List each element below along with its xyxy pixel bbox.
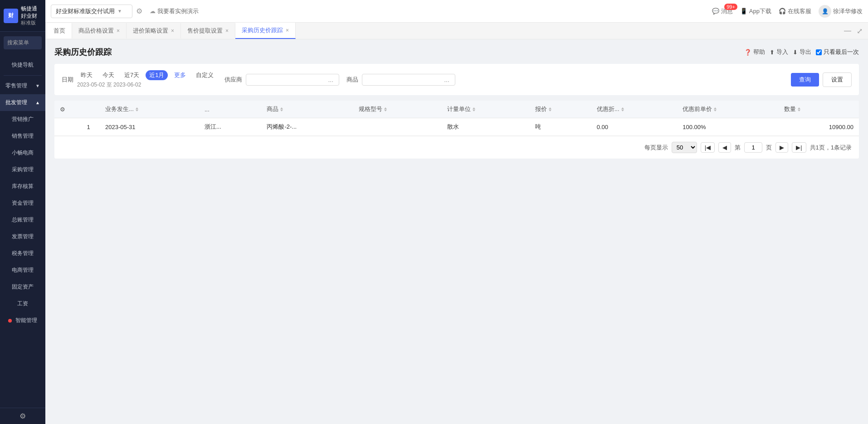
th-dots-label: ...	[205, 106, 210, 113]
demo-link[interactable]: ☁ 我要看实例演示	[150, 7, 199, 15]
settings-button[interactable]: 设置	[823, 72, 852, 87]
sidebar-gear-icon[interactable]: ⚙	[20, 412, 26, 420]
sidebar-item-smart[interactable]: 智能管理	[0, 312, 45, 329]
sort-down	[798, 110, 800, 111]
date-opt-custom[interactable]: 自定义	[192, 70, 217, 80]
tab-purchase-history-label: 采购历史价跟踪	[242, 26, 283, 34]
per-page-select[interactable]: 20 50 100	[672, 142, 697, 153]
sidebar-item-tax[interactable]: 税务管理	[0, 245, 45, 262]
th-price-label: 报价	[535, 105, 547, 113]
sidebar-item-ledger[interactable]: 总账管理	[0, 212, 45, 228]
product-dropdown-arrow: ▼	[117, 9, 122, 14]
page-suffix: 页	[766, 144, 772, 152]
query-button[interactable]: 查询	[791, 73, 819, 87]
page-content: 采购历史价跟踪 ❓ 帮助 ⬆ 导入 ⬇ 导出 只看最后一次	[45, 39, 868, 424]
user-menu-button[interactable]: 👤 徐泽华修改	[819, 5, 863, 18]
sidebar-item-inventory[interactable]: 库存核算	[0, 178, 45, 195]
online-service-label: 在线客服	[788, 7, 811, 15]
tab-home[interactable]: 首页	[47, 23, 72, 39]
sidebar-item-wholesale[interactable]: 批发管理 ▲	[0, 94, 45, 111]
tab-purchase-history[interactable]: 采购历史价跟踪 ×	[235, 23, 296, 39]
sort-up	[714, 107, 717, 109]
sidebar-item-invoice[interactable]: 发票管理	[0, 228, 45, 245]
tab-sale-price[interactable]: 售价提取设置 ×	[181, 23, 235, 39]
tab-maximize-button[interactable]: ⤢	[855, 26, 864, 36]
th-discount[interactable]: 优惠折...	[591, 101, 678, 118]
th-pre-discount-sortable: 优惠前单价	[683, 105, 773, 113]
sidebar-item-ecommerce[interactable]: 电商管理	[0, 262, 45, 279]
sidebar-item-purchase[interactable]: 采购管理	[0, 161, 45, 178]
date-opt-7days[interactable]: 近7天	[121, 70, 143, 80]
help-button[interactable]: ❓ 帮助	[744, 48, 765, 56]
app-download-button[interactable]: 📱 App下载	[740, 7, 771, 15]
sidebar-item-payroll[interactable]: 工资	[0, 295, 45, 312]
product-selector[interactable]: 好业财标准版交付试用 ▼	[51, 5, 132, 18]
sidebar-item-marketing[interactable]: 营销推广	[0, 111, 45, 128]
tab-product-price-close[interactable]: ×	[117, 28, 120, 34]
supplier-dots[interactable]: ...	[326, 76, 335, 83]
product-dots[interactable]: ...	[442, 76, 451, 83]
sort-up	[280, 107, 283, 109]
purchase-label: 采购管理	[12, 166, 34, 173]
sidebar-item-retail[interactable]: 零售管理 ▼	[0, 77, 45, 94]
user-avatar: 👤	[819, 5, 831, 18]
th-product[interactable]: 商品	[261, 101, 353, 118]
last-page-button[interactable]: ▶|	[792, 142, 806, 153]
app-download-icon: 📱	[740, 8, 747, 14]
th-pre-discount-price[interactable]: 优惠前单价	[677, 101, 779, 118]
sidebar-item-assets[interactable]: 固定资产	[0, 279, 45, 295]
date-opt-today[interactable]: 今天	[99, 70, 118, 80]
sidebar-search-section: 搜索菜单	[0, 32, 45, 54]
online-service-button[interactable]: 🎧 在线客服	[779, 7, 811, 15]
quicknav-label: 快捷导航	[12, 61, 34, 69]
topbar-right: 💬 消息 99+ 📱 App下载 🎧 在线客服 👤 徐泽华修改	[712, 5, 863, 18]
page-input[interactable]	[744, 142, 762, 153]
th-unit[interactable]: 计量单位	[442, 101, 530, 118]
smart-label: 智能管理	[15, 317, 37, 324]
sort-up	[621, 107, 624, 109]
import-button[interactable]: ⬆ 导入	[770, 48, 788, 56]
th-product-label: 商品	[267, 105, 278, 113]
product-input[interactable]	[366, 76, 442, 83]
export-label: 导出	[800, 48, 811, 56]
date-opt-more[interactable]: 更多	[171, 70, 190, 80]
tab-sale-price-close[interactable]: ×	[225, 28, 229, 34]
message-badge: 99+	[724, 4, 737, 10]
th-price[interactable]: 报价	[530, 101, 591, 118]
th-quantity[interactable]: 数量	[779, 101, 859, 118]
supplier-input[interactable]	[250, 76, 326, 83]
row-date: 2023-05-31	[100, 118, 199, 136]
sidebar-item-sales[interactable]: 销售管理	[0, 128, 45, 145]
search-menu-button[interactable]: 搜索菜单	[4, 36, 42, 49]
tab-minimize-button[interactable]: —	[842, 26, 853, 36]
date-opt-1month[interactable]: 近1月	[146, 70, 168, 80]
th-unit-sortable: 计量单位	[447, 105, 524, 113]
product-filter: 商品 ...	[346, 74, 455, 86]
sidebar-item-quicknav[interactable]: 快捷导航	[0, 57, 45, 73]
only-last-checkbox[interactable]	[816, 49, 822, 55]
message-button[interactable]: 💬 消息 99+	[712, 7, 733, 15]
pagination-total: 共1页，1条记录	[810, 144, 852, 152]
next-page-button[interactable]: ▶	[775, 142, 788, 153]
prev-page-button[interactable]: ◀	[718, 142, 731, 153]
sidebar-item-finance[interactable]: 资金管理	[0, 195, 45, 212]
row-dots: 浙江...	[199, 118, 262, 136]
th-spec[interactable]: 规格型号	[353, 101, 441, 118]
finance-label: 资金管理	[12, 199, 34, 207]
date-opt-yesterday[interactable]: 昨天	[77, 70, 96, 80]
sidebar-bottom: ⚙	[0, 408, 45, 424]
tab-purchase-strategy[interactable]: 进价策略设置 ×	[127, 23, 181, 39]
only-last-check: 只看最后一次	[816, 48, 859, 56]
tab-purchase-strategy-close[interactable]: ×	[171, 28, 174, 34]
sidebar-item-ecommerce-small[interactable]: 小畅电商	[0, 145, 45, 161]
tab-product-price[interactable]: 商品价格设置 ×	[72, 23, 127, 39]
export-button[interactable]: ⬇ 导出	[793, 48, 811, 56]
th-settings[interactable]: ⚙	[54, 101, 77, 118]
first-page-button[interactable]: |◀	[701, 142, 715, 153]
export-icon: ⬇	[793, 49, 798, 56]
sort-down	[714, 110, 717, 111]
th-date[interactable]: 业务发生...	[100, 101, 199, 118]
topbar-settings-icon[interactable]: ⚙	[136, 7, 142, 15]
tab-purchase-history-close[interactable]: ×	[286, 27, 289, 34]
th-dots[interactable]: ...	[199, 101, 262, 118]
